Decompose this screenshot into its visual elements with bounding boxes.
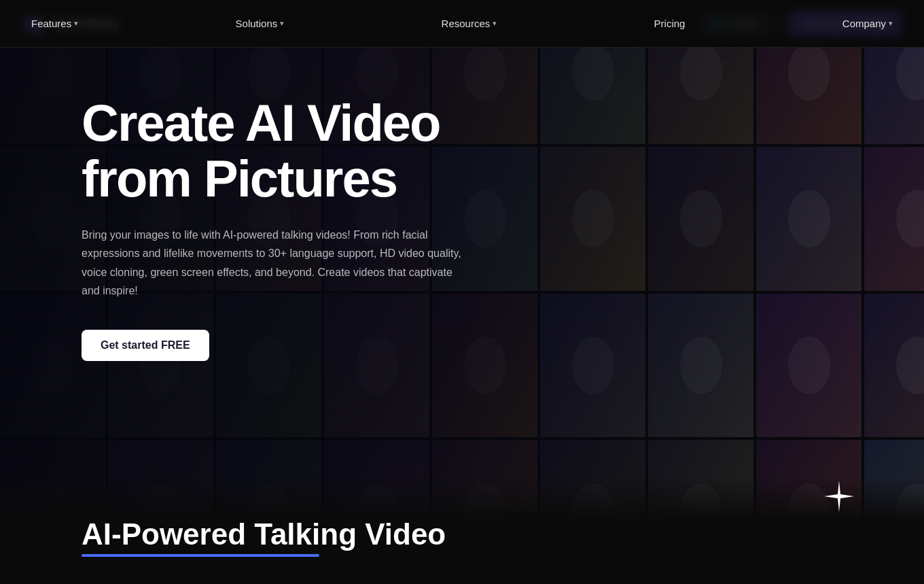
hero-title: Create AI Video from Pictures — [82, 95, 516, 207]
hero-cta-button[interactable]: Get started FREE — [82, 330, 209, 361]
nav-company[interactable]: Company ▾ — [833, 12, 902, 35]
chevron-down-icon: ▾ — [889, 19, 893, 28]
nav-links: Features ▾ Solutions ▾ Resources ▾ Prici… — [0, 0, 924, 48]
main-nav: VisionStory Features ▾ Solutions ▾ Resou… — [0, 0, 924, 48]
nav-features[interactable]: Features ▾ — [22, 12, 88, 35]
ai-section: AI-Powered Talking Video — [0, 477, 924, 584]
hero-section: Create AI Video from Pictures Bring your… — [0, 0, 924, 584]
sparkle-decoration — [822, 479, 856, 516]
ai-section-heading: AI-Powered Talking Video — [82, 517, 446, 557]
hero-content: Create AI Video from Pictures Bring your… — [0, 0, 516, 361]
nav-pricing[interactable]: Pricing — [645, 12, 695, 35]
nav-resources[interactable]: Resources ▾ — [432, 12, 507, 35]
heading-underline — [82, 554, 319, 557]
hero-description: Bring your images to life with AI-powere… — [82, 226, 462, 300]
nav-left: VisionStory Features ▾ Solutions ▾ Resou… — [22, 12, 118, 36]
chevron-down-icon: ▾ — [280, 19, 284, 28]
nav-solutions[interactable]: Solutions ▾ — [226, 12, 294, 35]
chevron-down-icon: ▾ — [493, 19, 497, 28]
chevron-down-icon: ▾ — [74, 19, 78, 28]
